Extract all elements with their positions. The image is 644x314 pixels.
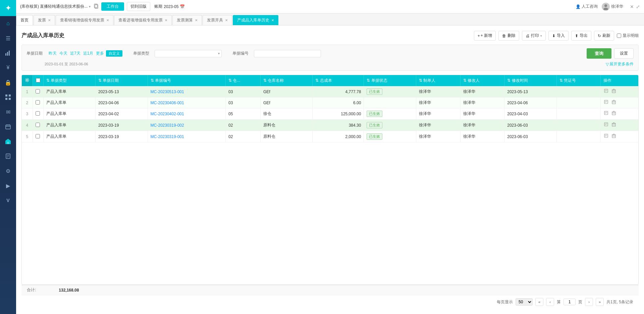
- th-voucher[interactable]: ⇅ 凭证号: [556, 75, 601, 86]
- workbench-button[interactable]: 工作台: [101, 2, 124, 11]
- th-modify-time[interactable]: ⇅ 修改时间: [504, 75, 557, 86]
- close-window-icon[interactable]: ✕: [630, 4, 634, 9]
- delete-action-icon[interactable]: [611, 123, 616, 128]
- row-checkbox-cell[interactable]: [33, 108, 43, 120]
- type-select[interactable]: [155, 50, 222, 57]
- tab-warehouse-history[interactable]: 产成品入库单历史 ✕: [233, 15, 278, 25]
- delete-action-icon[interactable]: [611, 111, 616, 117]
- period-calendar-icon[interactable]: 📅: [180, 4, 185, 9]
- edit-action-icon[interactable]: [604, 134, 610, 139]
- delete-action-icon[interactable]: [611, 134, 616, 139]
- edit-action-icon[interactable]: [604, 89, 610, 95]
- sidebar-item-chart[interactable]: [0, 46, 16, 60]
- shortcut-today[interactable]: 今天: [59, 51, 68, 56]
- document-link[interactable]: MC-20230406-001: [151, 101, 184, 105]
- show-detail-checkbox[interactable]: [617, 34, 621, 38]
- tab-invoice-close[interactable]: ✕: [48, 18, 51, 22]
- tab-invoice-calc[interactable]: 发票测算 ✕: [172, 15, 202, 25]
- tab-invoice-open[interactable]: 发票开具 ✕: [203, 15, 232, 25]
- row-checkbox-cell[interactable]: [33, 86, 43, 98]
- th-number[interactable]: ⇅ 单据编号: [148, 75, 225, 86]
- first-page-button[interactable]: «: [535, 298, 543, 306]
- print-button[interactable]: 🖨 打印 ▾: [522, 31, 546, 41]
- expand-conditions-button[interactable]: ▽ 展开更多条件: [606, 61, 634, 67]
- row-checkbox-cell[interactable]: [33, 120, 43, 131]
- number-input[interactable]: [254, 50, 321, 57]
- per-page-select[interactable]: 50 100 200: [516, 298, 533, 306]
- document-link[interactable]: MC-20230402-001: [151, 112, 184, 116]
- tab-sales-vat-close[interactable]: ✕: [106, 18, 109, 22]
- print-dropdown-icon[interactable]: ▾: [540, 34, 542, 38]
- row-checkbox[interactable]: [36, 123, 40, 127]
- th-date[interactable]: ⇅ 单据日期: [96, 75, 148, 86]
- period-selector[interactable]: 账期 2023-05 📅: [154, 4, 185, 9]
- custom-date-button[interactable]: 自定义: [106, 50, 122, 57]
- th-total-cost[interactable]: ⇅ 总成本: [313, 75, 364, 86]
- tab-warehouse-history-close[interactable]: ✕: [271, 18, 274, 22]
- tab-invoice-open-close[interactable]: ✕: [225, 18, 228, 22]
- delete-action-icon[interactable]: [611, 89, 616, 95]
- sidebar-item-mail[interactable]: ✉: [0, 105, 16, 119]
- row-checkbox-cell[interactable]: [33, 98, 43, 108]
- refresh-button[interactable]: ↻ 刷新: [594, 31, 614, 41]
- page-number-input[interactable]: 1: [564, 299, 576, 305]
- shortcut-more[interactable]: 更多: [95, 51, 105, 56]
- row-checkbox[interactable]: [36, 89, 40, 93]
- query-button[interactable]: 查询: [587, 48, 611, 59]
- next-page-button[interactable]: ›: [585, 298, 593, 306]
- row-number-cell[interactable]: MC-20230513-001: [148, 86, 225, 98]
- expand-more[interactable]: ▽ 展开更多条件: [606, 61, 634, 67]
- tab-purchase-vat-close[interactable]: ✕: [165, 18, 167, 22]
- tab-invoice[interactable]: 发票 ✕: [34, 15, 55, 25]
- th-warehouse-name[interactable]: ⇅ 仓库名称: [260, 75, 313, 86]
- sidebar-item-lock[interactable]: 🔒: [0, 75, 16, 90]
- document-link[interactable]: MC-20230319-001: [151, 134, 184, 139]
- row-number-cell[interactable]: MC-20230319-002: [148, 120, 225, 131]
- row-checkbox[interactable]: [36, 111, 40, 116]
- th-checkbox[interactable]: [33, 75, 43, 86]
- row-checkbox-cell[interactable]: [33, 131, 43, 142]
- maximize-window-icon[interactable]: ⤢: [636, 4, 640, 9]
- sidebar-item-invoice[interactable]: [0, 149, 16, 164]
- sidebar-item-play[interactable]: ▶: [0, 178, 16, 193]
- shortcut-yesterday[interactable]: 昨天: [48, 51, 57, 56]
- th-type[interactable]: ⇅ 单据类型: [43, 75, 96, 86]
- tab-sales-vat[interactable]: 查看销项增值税专用发票 ✕: [56, 15, 113, 25]
- sidebar-item-version[interactable]: V: [0, 193, 16, 208]
- prev-page-button[interactable]: ‹: [546, 298, 554, 306]
- sidebar-item-document[interactable]: ☰: [0, 31, 16, 46]
- th-modifier[interactable]: ⇅ 修改人: [460, 75, 504, 86]
- tab-invoice-calc-close[interactable]: ✕: [195, 18, 198, 22]
- sidebar-item-settings[interactable]: ⚙: [0, 164, 16, 178]
- row-checkbox[interactable]: [36, 100, 40, 105]
- new-button[interactable]: + + 新增: [474, 31, 496, 41]
- select-all-checkbox[interactable]: [36, 78, 40, 82]
- sidebar-item-home[interactable]: ⌂: [0, 16, 16, 31]
- edit-action-icon[interactable]: [604, 111, 610, 117]
- th-warehouse-code[interactable]: ⇅ 仓...: [225, 75, 260, 86]
- sidebar-item-tax[interactable]: ¥: [0, 60, 16, 75]
- help-button[interactable]: 👤 人工咨询: [576, 4, 598, 9]
- import-button[interactable]: ⬇ 导入: [548, 31, 569, 41]
- row-number-cell[interactable]: MC-20230402-001: [148, 108, 225, 120]
- document-link[interactable]: MC-20230319-002: [151, 123, 184, 128]
- setting-button[interactable]: 设置: [614, 48, 634, 59]
- edit-action-icon[interactable]: [604, 100, 610, 106]
- delete-button[interactable]: 🗑 删除: [498, 31, 519, 41]
- tab-purchase-vat[interactable]: 查看进项增值税专用发票 ✕: [114, 15, 172, 25]
- row-number-cell[interactable]: MC-20230406-001: [148, 98, 225, 108]
- export-button[interactable]: ⬆ 导出: [571, 31, 591, 41]
- th-settings[interactable]: [22, 75, 33, 86]
- user-menu[interactable]: 徐泽华: [602, 3, 623, 11]
- delete-action-icon[interactable]: [611, 100, 616, 106]
- company-dropdown-icon[interactable]: ▾: [89, 5, 91, 8]
- document-link[interactable]: MC-20230513-001: [151, 89, 184, 94]
- sidebar-item-grid[interactable]: [0, 90, 16, 105]
- document-copy-icon[interactable]: [93, 3, 99, 10]
- sidebar-item-calendar[interactable]: [0, 119, 16, 134]
- switch-version-button[interactable]: 切到旧版: [127, 2, 150, 11]
- company-selector[interactable]: (库存核算) 直播轻纯通信息技术股份... ▾: [20, 4, 91, 9]
- edit-action-icon[interactable]: [604, 123, 610, 128]
- th-creator[interactable]: ⇅ 制单人: [416, 75, 460, 86]
- last-page-button[interactable]: »: [596, 298, 604, 306]
